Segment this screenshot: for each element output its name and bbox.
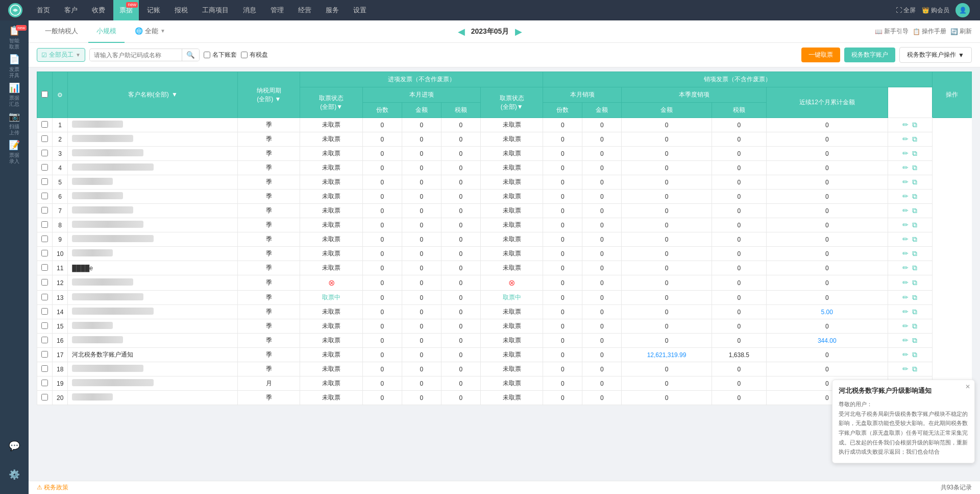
one-click-ticket-btn[interactable]: 一键取票: [801, 48, 840, 62]
out-status-filter-icon[interactable]: ▼: [517, 103, 523, 110]
nav-item-message[interactable]: 消息: [237, 0, 262, 20]
edit-icon[interactable]: ✏: [902, 178, 909, 186]
sidebar-item-invoice-entry[interactable]: 📝 票据录入: [0, 137, 29, 166]
copy-icon[interactable]: ⧉: [912, 249, 917, 257]
avatar[interactable]: 👤: [955, 3, 970, 17]
select-all-checkbox[interactable]: [41, 91, 48, 98]
sidebar-item-message[interactable]: 💬: [0, 432, 29, 460]
tax-policy-link[interactable]: ⚠ 税务政策: [37, 483, 68, 492]
in-status-filter-icon[interactable]: ▼: [336, 103, 342, 110]
th-gear[interactable]: ⚙: [53, 72, 68, 118]
new-guide-btn[interactable]: 📖 新手引导: [875, 27, 909, 36]
edit-icon[interactable]: ✏: [902, 121, 909, 129]
search-button[interactable]: 🔍: [182, 49, 199, 61]
nav-item-accounting[interactable]: 记账: [141, 0, 166, 20]
copy-icon[interactable]: ⧉: [912, 278, 917, 287]
copy-icon[interactable]: ⧉: [912, 235, 917, 243]
edit-icon[interactable]: ✏: [902, 135, 909, 143]
copy-icon[interactable]: ⧉: [912, 264, 917, 272]
nav-item-business[interactable]: 工商项目: [196, 0, 235, 20]
nav-item-operation[interactable]: 经营: [292, 0, 317, 20]
cell-checkbox[interactable]: [37, 305, 53, 319]
filter-icon[interactable]: ▼: [172, 91, 178, 98]
cell-checkbox[interactable]: [37, 291, 53, 305]
copy-icon[interactable]: ⧉: [912, 365, 917, 373]
member-btn[interactable]: 👑 购会员: [922, 6, 949, 15]
sidebar-item-smart-ticket[interactable]: 📋 智能取票 new: [0, 23, 29, 52]
cell-checkbox[interactable]: [37, 377, 53, 391]
cell-checkbox[interactable]: [37, 161, 53, 175]
copy-icon[interactable]: ⧉: [912, 135, 917, 143]
copy-icon[interactable]: ⧉: [912, 308, 917, 316]
nav-item-manage[interactable]: 管理: [264, 0, 290, 20]
copy-icon[interactable]: ⧉: [912, 206, 917, 215]
nav-item-tax[interactable]: 报税: [168, 0, 194, 20]
fullscreen-btn[interactable]: ⛶ 全屏: [896, 6, 916, 15]
edit-icon[interactable]: ✏: [902, 264, 909, 272]
sidebar-item-invoice-open[interactable]: 📄 发票开具: [0, 52, 29, 80]
my-account-checkbox[interactable]: 名下账套: [204, 51, 237, 59]
cell-checkbox[interactable]: [37, 132, 53, 147]
cell-checkbox[interactable]: [37, 147, 53, 161]
edit-icon[interactable]: ✏: [902, 163, 909, 172]
tab-all[interactable]: 🌐 全能 ▼: [127, 20, 174, 43]
edit-icon[interactable]: ✏: [902, 149, 909, 157]
notification-close-btn[interactable]: ✕: [965, 383, 970, 390]
copy-icon[interactable]: ⧉: [912, 322, 917, 330]
copy-icon[interactable]: ⧉: [912, 192, 917, 200]
cell-checkbox[interactable]: [37, 334, 53, 348]
th-checkbox[interactable]: [37, 72, 53, 118]
nav-item-service[interactable]: 服务: [320, 0, 345, 20]
cell-checkbox[interactable]: [37, 275, 53, 291]
copy-icon[interactable]: ⧉: [912, 350, 917, 359]
cell-checkbox[interactable]: [37, 232, 53, 247]
operation-manual-btn[interactable]: 📋 操作手册: [913, 27, 946, 36]
edit-icon[interactable]: ✏: [902, 278, 909, 287]
edit-icon[interactable]: ✏: [902, 221, 909, 229]
date-next-arrow[interactable]: ▶: [515, 26, 522, 37]
cell-checkbox[interactable]: [37, 118, 53, 132]
cell-checkbox[interactable]: [37, 247, 53, 261]
copy-icon[interactable]: ⧉: [912, 121, 917, 129]
nav-item-fee[interactable]: 收费: [86, 0, 111, 20]
copy-icon[interactable]: ⧉: [912, 149, 917, 157]
edit-icon[interactable]: ✏: [902, 235, 909, 243]
copy-icon[interactable]: ⧉: [912, 221, 917, 229]
nav-item-settings[interactable]: 设置: [347, 0, 373, 20]
period-filter-icon[interactable]: ▼: [275, 96, 281, 103]
cell-checkbox[interactable]: [37, 261, 53, 275]
cell-checkbox[interactable]: [37, 190, 53, 204]
cell-checkbox[interactable]: [37, 362, 53, 377]
tax-box-checkbox[interactable]: 有税盘: [241, 51, 268, 59]
tax-digital-account-op-btn[interactable]: 税务数字账户操作 ▼: [899, 47, 972, 63]
edit-icon[interactable]: ✏: [902, 365, 909, 373]
employee-select[interactable]: ☑ 全部员工 ▼: [37, 48, 85, 62]
search-input[interactable]: [90, 50, 182, 61]
cell-checkbox[interactable]: [37, 218, 53, 232]
tab-small-scale[interactable]: 小规模: [88, 20, 125, 43]
cell-checkbox[interactable]: [37, 175, 53, 190]
cell-checkbox[interactable]: [37, 348, 53, 362]
nav-item-customer[interactable]: 客户: [58, 0, 84, 20]
copy-icon[interactable]: ⧉: [912, 293, 917, 301]
copy-icon[interactable]: ⧉: [912, 163, 917, 172]
refresh-btn[interactable]: 🔄 刷新: [950, 27, 972, 36]
edit-icon[interactable]: ✏: [902, 206, 909, 215]
cell-checkbox[interactable]: [37, 391, 53, 405]
nav-item-home[interactable]: 首页: [31, 0, 56, 20]
sidebar-item-invoice-summary[interactable]: 📊 票据汇总: [0, 80, 29, 109]
copy-icon[interactable]: ⧉: [912, 336, 917, 344]
cell-checkbox[interactable]: [37, 319, 53, 334]
nav-item-invoice[interactable]: 票据 new: [113, 0, 139, 20]
edit-icon[interactable]: ✏: [902, 192, 909, 200]
tax-digital-account-btn[interactable]: 税务数字账户: [844, 48, 895, 62]
sidebar-item-settings[interactable]: ⚙️: [0, 460, 29, 489]
cell-checkbox[interactable]: [37, 204, 53, 218]
tab-general-taxpayer[interactable]: 一般纳税人: [37, 20, 86, 43]
edit-icon[interactable]: ✏: [902, 308, 909, 316]
edit-icon[interactable]: ✏: [902, 322, 909, 330]
edit-icon[interactable]: ✏: [902, 336, 909, 344]
edit-icon[interactable]: ✏: [902, 249, 909, 257]
sidebar-item-scan-upload[interactable]: 📷 扫描上传: [0, 109, 29, 137]
copy-icon[interactable]: ⧉: [912, 178, 917, 186]
